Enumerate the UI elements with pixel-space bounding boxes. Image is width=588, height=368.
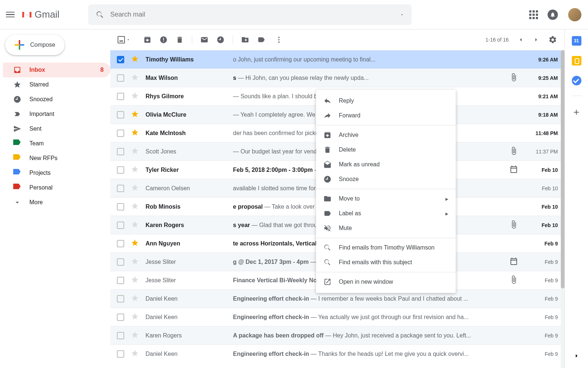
row-checkbox[interactable] xyxy=(117,185,124,192)
star-icon[interactable] xyxy=(131,220,139,230)
menu-forward[interactable]: Forward xyxy=(316,108,456,123)
report-spam-icon[interactable] xyxy=(159,36,168,44)
star-icon[interactable] xyxy=(131,294,139,304)
sidebar-item-projects[interactable]: Projects xyxy=(3,166,110,180)
star-icon[interactable] xyxy=(131,202,139,212)
compose-button[interactable]: Compose xyxy=(5,35,65,55)
notifications-icon[interactable] xyxy=(548,10,558,20)
row-checkbox[interactable] xyxy=(117,277,124,284)
mark-unread-icon[interactable] xyxy=(200,36,208,44)
tasks-icon[interactable] xyxy=(572,76,581,85)
star-icon[interactable] xyxy=(131,276,139,285)
sidebar-item-sent[interactable]: Sent xyxy=(3,121,110,136)
calendar-icon[interactable] xyxy=(572,36,581,46)
row-checkbox[interactable] xyxy=(117,350,124,358)
row-checkbox[interactable] xyxy=(117,56,124,63)
star-icon[interactable] xyxy=(131,128,139,138)
mail-row[interactable]: Daniel KeenEngineering effort check-in —… xyxy=(110,344,564,363)
menu-move-to[interactable]: Move to▸ xyxy=(316,191,456,206)
timestamp: Feb 9 xyxy=(525,314,558,320)
row-checkbox[interactable] xyxy=(117,295,124,302)
account-avatar[interactable] xyxy=(567,7,582,22)
star-icon[interactable] xyxy=(131,147,139,156)
sidebar-item-snoozed[interactable]: Snoozed xyxy=(3,92,110,107)
row-checkbox[interactable] xyxy=(117,332,124,339)
star-icon[interactable] xyxy=(131,349,139,359)
row-checkbox[interactable] xyxy=(117,148,124,155)
search-input[interactable] xyxy=(110,11,404,18)
row-checkbox[interactable] xyxy=(117,203,124,210)
move-to-icon[interactable] xyxy=(241,36,249,44)
menu-label-as[interactable]: Label as▸ xyxy=(316,206,456,221)
archive-icon[interactable] xyxy=(143,36,151,44)
star-icon[interactable] xyxy=(131,110,139,120)
mail-row[interactable]: Timothy Williams o John, just confirming… xyxy=(110,50,564,68)
menu-find-subject[interactable]: Find emails with this subject xyxy=(316,255,456,270)
sidebar-item-personal[interactable]: Personal xyxy=(3,180,110,195)
timestamp: Feb 9 xyxy=(525,259,558,265)
label-icon[interactable] xyxy=(257,36,265,44)
row-checkbox[interactable] xyxy=(117,166,124,174)
menu-archive[interactable]: Archive xyxy=(316,128,456,142)
gmail-logo[interactable]: Gmail xyxy=(21,9,60,20)
star-icon[interactable] xyxy=(131,312,139,322)
menu-open-window[interactable]: Open in new window xyxy=(316,275,456,289)
inbox-icon xyxy=(13,66,21,74)
star-icon[interactable] xyxy=(131,257,139,267)
subject: o John, just confirming our upcoming mee… xyxy=(233,56,518,63)
sidebar-item-label: Starred xyxy=(29,81,49,88)
select-all-checkbox[interactable] xyxy=(118,36,130,43)
star-icon[interactable] xyxy=(131,73,139,83)
scrollbar-thumb[interactable] xyxy=(561,50,564,289)
row-checkbox[interactable] xyxy=(117,258,124,266)
apps-icon[interactable] xyxy=(529,10,538,19)
chevron-right-icon[interactable] xyxy=(573,353,580,359)
sidebar-item-starred[interactable]: Starred xyxy=(3,77,110,92)
next-page-icon[interactable] xyxy=(533,36,539,43)
main-menu-icon[interactable] xyxy=(6,10,15,19)
sidebar-item-new-rfps[interactable]: New RFPs xyxy=(3,151,110,166)
row-checkbox[interactable] xyxy=(117,93,124,100)
search-dropdown-icon[interactable] xyxy=(400,13,404,17)
row-checkbox[interactable] xyxy=(117,111,124,118)
row-checkbox[interactable] xyxy=(117,240,124,247)
keep-icon[interactable] xyxy=(572,56,581,66)
menu-reply[interactable]: Reply xyxy=(316,93,456,108)
star-icon[interactable] xyxy=(131,239,139,248)
snooze-icon[interactable] xyxy=(216,36,225,44)
mail-row[interactable]: Max Wilsons — Hi John, can you please re… xyxy=(110,68,564,87)
prev-page-icon[interactable] xyxy=(517,36,524,43)
row-checkbox[interactable] xyxy=(117,74,124,82)
sender: Jesse Sliter xyxy=(146,259,226,265)
search-box[interactable] xyxy=(88,4,412,25)
row-checkbox[interactable] xyxy=(117,222,124,229)
timestamp: Feb 9 xyxy=(525,351,558,357)
star-icon[interactable] xyxy=(131,55,139,64)
mail-row[interactable]: Daniel KeenEngineering effort check-in —… xyxy=(110,308,564,326)
scrollbar[interactable] xyxy=(561,50,564,368)
star-icon[interactable] xyxy=(131,184,139,193)
menu-snooze[interactable]: Snooze xyxy=(316,172,456,187)
star-icon[interactable] xyxy=(131,331,139,340)
menu-mark-unread[interactable]: Mark as unread xyxy=(316,157,456,172)
sidebar-item-label: More xyxy=(29,199,43,206)
star-icon[interactable] xyxy=(131,92,139,101)
settings-icon[interactable] xyxy=(548,35,557,44)
row-checkbox[interactable] xyxy=(117,130,124,137)
sidebar-item-important[interactable]: Important xyxy=(3,107,110,121)
delete-icon[interactable] xyxy=(176,36,184,44)
add-ons-icon[interactable]: + xyxy=(573,106,579,118)
menu-find-from[interactable]: Find emails from Timothy Williamson xyxy=(316,240,456,255)
menu-mute[interactable]: Mute xyxy=(316,221,456,236)
sender: Olivia McClure xyxy=(146,112,226,118)
delete-icon xyxy=(323,146,331,154)
mail-open-icon xyxy=(323,160,331,169)
mail-row[interactable]: Karen RogersA package has been dropped o… xyxy=(110,326,564,344)
menu-delete[interactable]: Delete xyxy=(316,142,456,157)
sidebar-item-more[interactable]: More xyxy=(3,195,110,210)
star-icon[interactable] xyxy=(131,165,139,175)
sidebar-item-team[interactable]: Team xyxy=(3,136,110,151)
row-checkbox[interactable] xyxy=(117,314,124,321)
sidebar-item-inbox[interactable]: Inbox 8 xyxy=(3,63,110,77)
more-icon[interactable] xyxy=(275,36,283,44)
